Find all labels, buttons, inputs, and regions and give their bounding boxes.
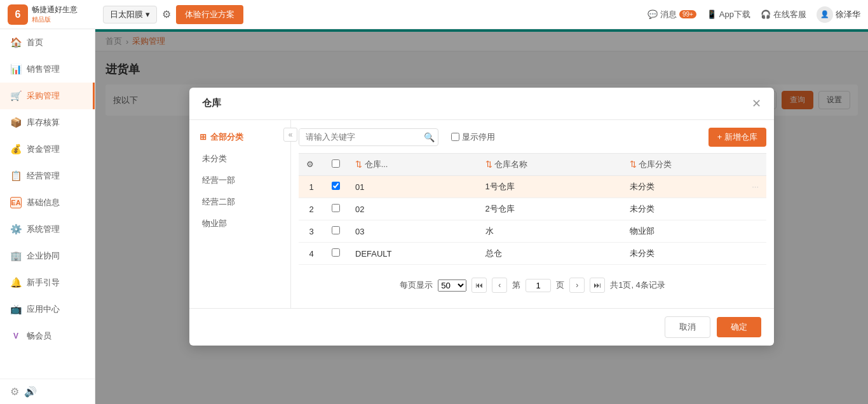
sidebar-label-appstore: 应用中心 [27, 304, 60, 315]
sidebar-label-finance: 资金管理 [27, 144, 60, 155]
sidebar-item-operations[interactable]: 📋 经营管理 [0, 163, 95, 189]
sidebar-item-sales[interactable]: 📊 销售管理 [0, 56, 95, 83]
settings-icon[interactable]: ⚙ [10, 386, 19, 398]
last-page-button[interactable]: ⏭ [590, 278, 605, 293]
sidebar-item-purchase[interactable]: 🛒 采购管理 [0, 83, 95, 109]
header-center: 日太阳膜 ▾ ⚙ 体验行业方案 [103, 5, 648, 24]
sidebar-item-system[interactable]: ⚙️ 系统管理 [0, 216, 95, 243]
sidebar-item-appstore[interactable]: 📺 应用中心 [0, 296, 95, 323]
row-category: 物业部 [622, 220, 766, 243]
row-checkbox[interactable] [332, 182, 340, 190]
show-disabled-checkbox[interactable] [451, 133, 459, 141]
row-checkbox-cell [324, 175, 348, 198]
page-number-input[interactable] [526, 279, 551, 292]
logo-area: 6 畅捷通好生意 精品版 [8, 4, 103, 25]
row-code: 03 [348, 220, 478, 243]
prev-page-button[interactable]: ‹ [492, 278, 507, 293]
online-service-item[interactable]: 🎧 在线客服 [761, 9, 806, 20]
new-warehouse-button[interactable]: + 新增仓库 [709, 128, 766, 147]
headset-icon: 🎧 [761, 10, 771, 19]
sidebar-label-system: 系统管理 [27, 224, 60, 235]
logo-icon: 6 [8, 4, 28, 25]
search-icon[interactable]: 🔍 [419, 129, 438, 145]
col-header-gear: ⚙ [299, 153, 324, 175]
col-header-name: ⇅ 仓库名称 [478, 153, 622, 175]
search-input[interactable] [299, 129, 419, 145]
pagination: 每页显示 50 20 100 ⏮ ‹ 第 页 › ⏭ 共1页, 4条记 [299, 270, 766, 300]
category-operations1[interactable]: 经营一部 [189, 170, 290, 191]
system-icon: ⚙️ [10, 224, 22, 235]
modal-footer: 取消 确定 [189, 308, 774, 346]
sidebar: 🏠 首页 📊 销售管理 🛒 采购管理 📦 库存核算 💰 资金管理 📋 经营管理 … [0, 29, 95, 404]
page-unit-label: 页 [556, 279, 564, 291]
main-content: 首页 › 采购管理 进货单 按以下 🖨 印 ▾ ⬆ 导出 ↻ 刷新 查询 设置 … [95, 29, 868, 404]
message-badge: 99+ [679, 10, 696, 18]
all-categories-label: 全部分类 [210, 131, 243, 143]
basic-icon: EA [10, 197, 22, 208]
top-header: 6 畅捷通好生意 精品版 日太阳膜 ▾ ⚙ 体验行业方案 💬 消息 99+ 📱 … [0, 0, 868, 29]
select-all-checkbox[interactable] [332, 159, 340, 168]
operations-icon: 📋 [10, 170, 22, 182]
sort-icon: ⇅ [355, 159, 362, 169]
app-download-item[interactable]: 📱 App下载 [707, 9, 750, 20]
row-code: DEFAULT [348, 243, 478, 265]
next-page-button[interactable]: › [569, 278, 585, 293]
store-selector[interactable]: 日太阳膜 ▾ [103, 6, 157, 24]
modal-body: ⊞ 全部分类 未分类 经营一部 经营二部 物业部 « [189, 120, 774, 309]
row-num: 4 [299, 243, 324, 265]
sidebar-item-home[interactable]: 🏠 首页 [0, 29, 95, 56]
message-item[interactable]: 💬 消息 99+ [648, 9, 696, 20]
per-page-select[interactable]: 50 20 100 [438, 279, 466, 292]
show-disabled-label[interactable]: 显示停用 [451, 131, 495, 143]
sidebar-item-finance[interactable]: 💰 资金管理 [0, 136, 95, 163]
confirm-button[interactable]: 确定 [717, 317, 761, 337]
sidebar-label-home: 首页 [27, 37, 43, 48]
settings-button[interactable]: ⚙ [162, 8, 171, 20]
mobile-icon: 📱 [707, 10, 717, 19]
sidebar-item-guide[interactable]: 🔔 新手引导 [0, 269, 95, 296]
modal-close-button[interactable]: ✕ [752, 97, 761, 111]
table-row[interactable]: 2 02 2号仓库 未分类 [299, 198, 766, 220]
row-name: 总仓 [478, 243, 622, 265]
sidebar-item-enterprise[interactable]: 🏢 企业协同 [0, 243, 95, 269]
col-header-check [324, 153, 348, 175]
user-profile[interactable]: 👤 徐泽华 [817, 6, 860, 23]
modal-title: 仓库 [202, 97, 221, 109]
sidebar-item-inventory[interactable]: 📦 库存核算 [0, 109, 95, 136]
category-unclassified[interactable]: 未分类 [189, 148, 290, 170]
row-checkbox[interactable] [332, 248, 340, 257]
first-page-button[interactable]: ⏮ [471, 278, 487, 293]
warehouse-modal: 仓库 ✕ ⊞ 全部分类 未分类 经营一部 经营二部 物业部 « [189, 88, 774, 346]
row-category: 未分类 [622, 198, 766, 220]
col-header-category: ⇅ 仓库分类 [622, 153, 766, 175]
sidebar-label-vip: 畅会员 [27, 330, 51, 342]
cancel-button[interactable]: 取消 [665, 316, 710, 338]
row-name: 1号仓库 [478, 175, 622, 198]
category-property[interactable]: 物业部 [189, 213, 290, 234]
speaker-icon[interactable]: 🔊 [24, 386, 37, 398]
row-checkbox[interactable] [332, 204, 340, 212]
table-row[interactable]: 1 01 1号仓库 未分类··· [299, 175, 766, 198]
table-row[interactable]: 3 03 水 物业部 [299, 220, 766, 243]
sidebar-bottom: ⚙ 🔊 [0, 379, 95, 404]
row-code: 02 [348, 198, 478, 220]
appstore-icon: 📺 [10, 304, 22, 315]
finance-icon: 💰 [10, 144, 22, 155]
row-checkbox[interactable] [332, 226, 340, 234]
sidebar-label-purchase: 采购管理 [27, 90, 60, 102]
all-categories-item[interactable]: ⊞ 全部分类 [189, 126, 290, 148]
row-checkbox-cell [324, 243, 348, 265]
trial-button[interactable]: 体验行业方案 [176, 5, 243, 24]
sidebar-label-operations: 经营管理 [27, 170, 60, 182]
category-operations2[interactable]: 经营二部 [189, 191, 290, 213]
home-icon: 🏠 [10, 37, 22, 48]
chevron-down-icon: ▾ [146, 10, 150, 19]
table-row[interactable]: 4 DEFAULT 总仓 未分类 [299, 243, 766, 265]
per-page-label: 每页显示 [400, 279, 433, 291]
row-code: 01 [348, 175, 478, 198]
collapse-panel-button[interactable]: « [283, 128, 297, 142]
sidebar-item-basic[interactable]: EA 基础信息 [0, 189, 95, 216]
sidebar-item-vip[interactable]: V 畅会员 [0, 323, 95, 349]
col-header-code: ⇅ 仓库... [348, 153, 478, 175]
row-actions[interactable]: ··· [752, 182, 759, 191]
